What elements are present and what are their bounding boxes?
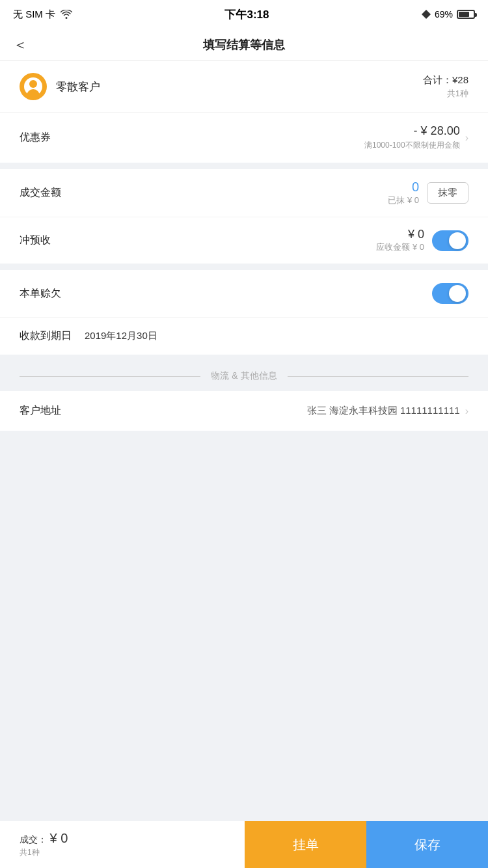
- deal-count: 共1种: [20, 847, 225, 858]
- coupon-description: 满1000-100不限制使用金额: [364, 140, 460, 151]
- round-zero-button[interactable]: 抹零: [427, 182, 468, 204]
- prepay-values: ¥ 0 应收金额 ¥ 0: [376, 228, 424, 253]
- logistics-label: 物流 & 其他信息: [211, 370, 277, 382]
- address-right: 张三 海淀永丰科技园 11111111111 ›: [307, 405, 468, 417]
- address-label: 客户地址: [20, 404, 61, 418]
- customer-left: 零散客户: [20, 73, 100, 100]
- logistics-divider: 物流 & 其他信息: [0, 370, 488, 382]
- status-bar: 无 SIM 卡 下午3:18 69%: [0, 0, 488, 29]
- battery-icon: [457, 10, 475, 19]
- coupon-right: - ¥ 28.00 满1000-100不限制使用金额 ›: [364, 124, 468, 151]
- deal-label: 成交：: [20, 834, 47, 845]
- amount-right: 0 已抹 ¥ 0 抹零: [388, 180, 468, 206]
- amount-value: 0: [412, 180, 419, 194]
- customer-section: 零散客户 合计：¥28 共1种 优惠券 - ¥ 28.00 满1000-100不…: [0, 61, 488, 163]
- bottom-summary: 成交： ¥ 0 共1种: [0, 831, 245, 858]
- avatar-icon: [24, 77, 42, 96]
- amount-label: 成交金额: [20, 186, 61, 200]
- bottom-deal-row: 成交： ¥ 0: [20, 831, 225, 846]
- address-value: 张三 海淀永丰科技园 11111111111: [307, 405, 460, 417]
- status-right: 69%: [422, 9, 475, 20]
- toggle-knob: [449, 232, 466, 249]
- debt-section: 本单赊欠 收款到期日 2019年12月30日: [0, 270, 488, 355]
- back-button[interactable]: ＜: [13, 35, 27, 55]
- location-icon: [422, 10, 431, 19]
- prepay-amount: ¥ 0: [408, 228, 424, 241]
- debt-toggle-knob: [449, 285, 466, 302]
- nav-bar: ＜ 填写结算等信息: [0, 29, 488, 61]
- amount-sub: 已抹 ¥ 0: [388, 195, 419, 206]
- coupon-label: 优惠券: [20, 131, 51, 144]
- sim-status: 无 SIM 卡: [13, 8, 55, 21]
- prepay-label: 冲预收: [20, 234, 51, 247]
- transaction-section: 成交金额 0 已抹 ¥ 0 抹零 冲预收 ¥ 0 应收金额 ¥ 0: [0, 169, 488, 264]
- status-time: 下午3:18: [224, 7, 269, 22]
- status-left: 无 SIM 卡: [13, 8, 72, 21]
- prepay-row: 冲预收 ¥ 0 应收金额 ¥ 0: [0, 217, 488, 264]
- coupon-discount: - ¥ 28.00: [364, 124, 460, 138]
- wifi-icon: [61, 10, 72, 19]
- total-count: 共1种: [423, 88, 468, 100]
- battery-percent: 69%: [435, 9, 453, 20]
- deal-value: ¥ 0: [49, 831, 68, 845]
- coupon-row[interactable]: 优惠券 - ¥ 28.00 满1000-100不限制使用金额 ›: [0, 112, 488, 163]
- prepay-toggle[interactable]: [432, 230, 468, 251]
- amount-values: 0 已抹 ¥ 0: [388, 180, 419, 206]
- pending-button[interactable]: 挂单: [245, 821, 366, 868]
- bottom-bar: 成交： ¥ 0 共1种 挂单 保存: [0, 821, 488, 868]
- debt-toggle[interactable]: [432, 283, 468, 304]
- amount-row: 成交金额 0 已抹 ¥ 0 抹零: [0, 169, 488, 217]
- due-date-row: 收款到期日 2019年12月30日: [0, 317, 488, 355]
- save-button[interactable]: 保存: [366, 821, 488, 868]
- customer-avatar: [20, 73, 47, 100]
- chevron-right-icon: ›: [465, 132, 468, 144]
- logistics-divider-section: 物流 & 其他信息: [0, 361, 488, 391]
- due-date-label: 收款到期日: [20, 329, 72, 343]
- debt-row: 本单赊欠: [0, 270, 488, 317]
- page-title: 填写结算等信息: [203, 37, 285, 53]
- total-amount: 合计：¥28: [423, 74, 468, 87]
- coupon-info: - ¥ 28.00 满1000-100不限制使用金额: [364, 124, 460, 151]
- address-row[interactable]: 客户地址 张三 海淀永丰科技园 11111111111 ›: [0, 391, 488, 431]
- receivable-label: 应收金额 ¥ 0: [376, 241, 424, 253]
- prepay-right: ¥ 0 应收金额 ¥ 0: [376, 228, 468, 253]
- due-date-value: 2019年12月30日: [85, 330, 157, 342]
- debt-label: 本单赊欠: [20, 287, 61, 301]
- customer-name: 零散客户: [56, 79, 100, 94]
- address-section: 客户地址 张三 海淀永丰科技园 11111111111 ›: [0, 391, 488, 431]
- address-chevron-icon: ›: [465, 405, 468, 417]
- customer-row: 零散客户 合计：¥28 共1种: [0, 61, 488, 112]
- customer-total: 合计：¥28 共1种: [423, 74, 468, 100]
